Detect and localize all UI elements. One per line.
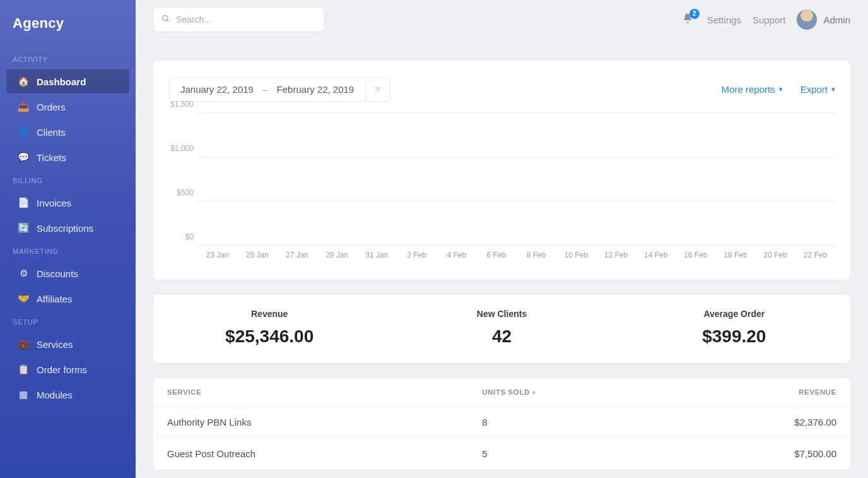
date-range-separator: – [262,84,267,95]
settings-link[interactable]: Settings [707,15,741,25]
stat-value: 42 [385,326,618,347]
x-tick-label: 29 Jan [317,251,357,260]
nav-label: Discounts [37,268,78,279]
date-range-picker: January 22, 2019 – February 22, 2019 [168,77,390,102]
table-header: SERVICE UNITS SOLD▾ REVENUE [153,378,850,407]
col-units[interactable]: UNITS SOLD▾ [482,388,679,396]
sidebar-item-clients[interactable]: 👤Clients [6,120,129,144]
cell-service: Authority PBN Links [167,417,482,427]
stat-label: Average Order [618,309,850,319]
caret-down-icon: ▾ [831,85,835,93]
sidebar-item-orders-icon: 📥 [18,101,29,112]
nav-label: Dashboard [37,76,86,87]
nav-label: Clients [37,127,66,138]
sidebar-item-dashboard[interactable]: 🏠Dashboard [6,69,129,93]
stat: New Clients42 [385,309,618,347]
x-tick-label: 23 Jan [197,251,237,260]
nav-heading: ACTIVITY [0,49,136,68]
caret-down-icon: ▾ [779,85,783,93]
date-to: February 22, 2019 [277,84,355,95]
x-tick-label: 25 Jan [237,251,277,260]
export-button[interactable]: Export▾ [801,84,835,95]
cell-revenue: $7,500.00 [679,448,836,459]
stat-label: New Clients [385,309,618,319]
nav-label: Tickets [37,152,66,163]
y-tick-label: $1,500 [168,100,194,109]
x-tick-label: 31 Jan [357,251,397,260]
sidebar-item-discounts-icon: ⚙ [18,268,29,279]
revenue-chart: $0$500$1,000$1,500 23 Jan25 Jan27 Jan29 … [168,113,835,265]
sidebar-item-discounts[interactable]: ⚙Discounts [6,261,129,285]
sidebar-item-invoices-icon: 📄 [18,197,29,208]
sidebar-item-orders[interactable]: 📥Orders [6,95,129,119]
x-tick-label: 10 Feb [556,251,596,260]
sidebar-item-tickets-icon: 💬 [18,152,29,163]
nav-label: Subscriptions [37,223,93,234]
sidebar-item-subscriptions-icon: 🔄 [18,222,29,234]
col-service[interactable]: SERVICE [167,388,482,396]
date-from: January 22, 2019 [180,84,254,95]
more-reports-button[interactable]: More reports▾ [722,84,783,95]
nav-label: Affiliates [37,294,72,304]
chart-toolbar: January 22, 2019 – February 22, 2019 Mor… [168,77,835,102]
table-row[interactable]: Authority PBN Links8$2,376.00 [153,407,850,438]
x-tick-label: 8 Feb [517,251,556,260]
cell-units: 8 [482,417,679,427]
svg-line-1 [167,20,169,22]
x-tick-label: 12 Feb [596,251,636,260]
sidebar-item-affiliates[interactable]: 🤝Affiliates [6,287,129,311]
sidebar: Agency ACTIVITY🏠Dashboard📥Orders👤Clients… [0,0,136,478]
y-tick-label: $500 [168,188,194,197]
y-tick-label: $1,000 [168,144,194,153]
sidebar-item-tickets[interactable]: 💬Tickets [6,145,129,169]
cell-revenue: $2,376.00 [679,417,836,427]
x-tick-label: 27 Jan [277,251,317,260]
stat-value: $399.20 [618,326,850,347]
x-tick-label: 20 Feb [756,251,795,260]
date-range-options-button[interactable] [365,79,390,100]
sidebar-item-affiliates-icon: 🤝 [18,293,29,304]
sidebar-item-clients-icon: 👤 [18,126,29,138]
search-icon [161,14,170,25]
notifications-badge: 2 [689,9,700,19]
x-tick-label: 4 Feb [437,251,476,260]
nav-label: Order forms [37,364,87,375]
stat: Revenue$25,346.00 [153,309,385,347]
x-tick-label: 22 Feb [795,251,835,260]
cell-service: Guest Post Outreach [167,448,482,459]
bars [197,113,835,246]
x-tick-label: 2 Feb [397,251,437,260]
sidebar-item-order-forms[interactable]: 📋Order forms [6,357,129,381]
nav-label: Services [37,339,73,350]
nav-label: Orders [37,102,66,112]
nav-label: Modules [37,390,73,400]
nav-heading: SETUP [0,312,136,331]
notifications-button[interactable]: 2 [679,13,696,27]
avatar [797,9,817,30]
sidebar-item-modules[interactable]: ▦Modules [6,383,129,407]
support-link[interactable]: Support [753,15,786,25]
stat: Average Order$399.20 [618,309,850,347]
sidebar-item-order-forms-icon: 📋 [18,364,29,375]
x-tick-label: 18 Feb [715,251,755,260]
stats-card: Revenue$25,346.00New Clients42Average Or… [153,295,850,363]
stat-value: $25,346.00 [153,326,385,347]
sidebar-item-services-icon: 💼 [18,338,29,350]
user-menu[interactable]: Admin [797,9,850,30]
topbar: 2 Settings Support Admin [136,0,868,39]
x-tick-label: 14 Feb [636,251,676,260]
date-range-button[interactable]: January 22, 2019 – February 22, 2019 [169,78,365,101]
chart-card: January 22, 2019 – February 22, 2019 Mor… [153,61,850,280]
table-row[interactable]: Guest Post Outreach5$7,500.00 [153,438,850,470]
sidebar-item-invoices[interactable]: 📄Invoices [6,191,129,215]
sidebar-item-subscriptions[interactable]: 🔄Subscriptions [6,216,129,240]
svg-point-0 [163,16,168,21]
col-revenue[interactable]: REVENUE [679,388,836,396]
sort-desc-icon: ▾ [532,389,536,396]
y-tick-label: $0 [168,232,194,241]
brand: Agency [0,13,136,49]
search-input[interactable] [153,8,324,32]
sidebar-item-services[interactable]: 💼Services [6,332,129,356]
services-table: SERVICE UNITS SOLD▾ REVENUE Authority PB… [153,378,850,470]
stat-label: Revenue [153,309,385,319]
